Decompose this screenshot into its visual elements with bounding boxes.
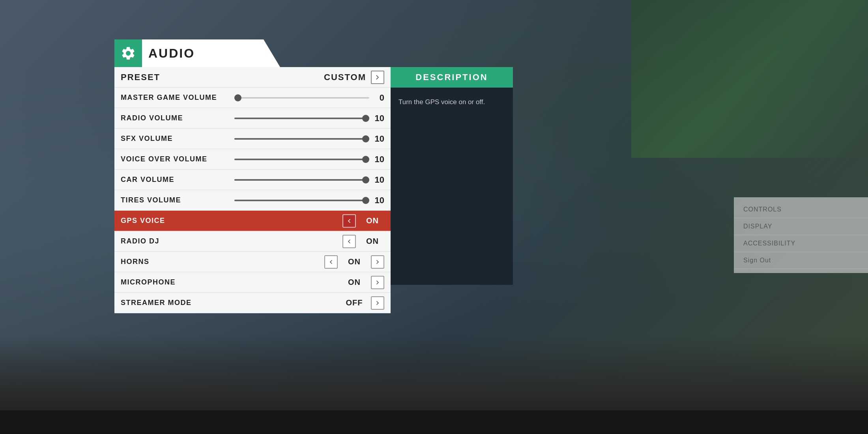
gps-voice-value: ON xyxy=(361,216,384,225)
sfx-volume-label: SFX VOLUME xyxy=(121,135,231,143)
radio-volume-thumb[interactable] xyxy=(362,115,369,122)
car-volume-thumb[interactable] xyxy=(362,176,369,183)
tires-volume-label: TIRES VOLUME xyxy=(121,196,231,204)
radio-dj-value: ON xyxy=(361,237,384,246)
audio-header-content: AUDIO xyxy=(114,39,195,67)
microphone-label: MICROPHONE xyxy=(121,278,342,286)
audio-title: AUDIO xyxy=(148,46,195,61)
microphone-row: MICROPHONE ON xyxy=(114,272,391,293)
custom-label: CUSTOM xyxy=(324,72,366,82)
description-body: Turn the GPS voice on or off. xyxy=(391,88,513,285)
master-game-volume-label: MASTER GAME VOLUME xyxy=(121,94,231,102)
background-trees xyxy=(631,0,868,158)
main-panel: PRESET CUSTOM MASTER GAME VOLUME 0 RADIO… xyxy=(114,67,391,313)
sfx-volume-row: SFX VOLUME 10 xyxy=(114,129,391,149)
horns-value: ON xyxy=(342,257,366,266)
streamer-mode-label: STREAMER MODE xyxy=(121,299,342,307)
car-volume-row: CAR VOLUME 10 xyxy=(114,170,391,190)
side-menu-item-signout: Sign Out xyxy=(734,252,868,269)
horns-label: HORNS xyxy=(121,258,324,266)
description-panel: DESCRIPTION Turn the GPS voice on or off… xyxy=(391,67,513,285)
radio-volume-track[interactable] xyxy=(234,118,369,119)
side-menu-item-display: DISPLAY xyxy=(734,218,868,235)
bottom-bar xyxy=(0,410,868,434)
description-text: Turn the GPS voice on or off. xyxy=(398,97,505,107)
voice-over-volume-thumb[interactable] xyxy=(362,156,369,163)
microphone-value: ON xyxy=(342,278,366,287)
radio-dj-label: RADIO DJ xyxy=(121,237,342,245)
radio-volume-label: RADIO VOLUME xyxy=(121,114,231,122)
tires-volume-thumb[interactable] xyxy=(362,197,369,204)
radio-volume-value: 10 xyxy=(372,113,384,123)
microphone-right-arrow[interactable] xyxy=(371,276,384,289)
voice-over-volume-track[interactable] xyxy=(234,159,369,160)
sfx-volume-track[interactable] xyxy=(234,138,369,140)
voice-over-volume-row: VOICE OVER VOLUME 10 xyxy=(114,149,391,170)
streamer-mode-row: STREAMER MODE OFF xyxy=(114,293,391,313)
voice-over-volume-value: 10 xyxy=(372,154,384,165)
horns-left-arrow[interactable] xyxy=(324,255,338,269)
preset-custom-row: PRESET CUSTOM xyxy=(114,67,391,88)
side-menu-item-accessibility: ACCESSIBILITY xyxy=(734,235,868,252)
gps-voice-left-arrow[interactable] xyxy=(342,214,356,228)
gps-voice-row: GPS VOICE ON xyxy=(114,211,391,231)
audio-header: AUDIO xyxy=(114,39,280,67)
horns-right-arrow[interactable] xyxy=(371,255,384,269)
radio-dj-left-arrow[interactable] xyxy=(342,235,356,248)
master-game-volume-value: 0 xyxy=(372,93,384,103)
gear-icon-box xyxy=(114,39,142,67)
preset-next-arrow[interactable] xyxy=(371,71,384,84)
description-header: DESCRIPTION xyxy=(391,67,513,88)
horns-row: HORNS ON xyxy=(114,252,391,272)
preset-label: PRESET xyxy=(121,72,324,82)
car-volume-value: 10 xyxy=(372,175,384,185)
radio-dj-row: RADIO DJ ON xyxy=(114,231,391,252)
side-menu-item-controls: CONTROLS xyxy=(734,201,868,218)
sfx-volume-value: 10 xyxy=(372,134,384,144)
tires-volume-track[interactable] xyxy=(234,200,369,201)
streamer-mode-value: OFF xyxy=(342,298,366,307)
voice-over-volume-label: VOICE OVER VOLUME xyxy=(121,155,231,163)
radio-volume-row: RADIO VOLUME 10 xyxy=(114,108,391,129)
master-game-volume-row: MASTER GAME VOLUME 0 xyxy=(114,88,391,108)
master-game-volume-thumb[interactable] xyxy=(234,94,241,101)
master-game-volume-track[interactable] xyxy=(234,97,369,99)
tires-volume-row: TIRES VOLUME 10 xyxy=(114,190,391,211)
gear-icon xyxy=(120,45,136,61)
gps-voice-label: GPS VOICE xyxy=(121,217,342,225)
streamer-mode-right-arrow[interactable] xyxy=(371,296,384,310)
car-volume-track[interactable] xyxy=(234,179,369,181)
tires-volume-value: 10 xyxy=(372,195,384,206)
sfx-volume-thumb[interactable] xyxy=(362,135,369,142)
car-volume-label: CAR VOLUME xyxy=(121,176,231,184)
description-title: DESCRIPTION xyxy=(415,72,488,82)
side-menu: CONTROLS DISPLAY ACCESSIBILITY Sign Out xyxy=(734,197,868,273)
